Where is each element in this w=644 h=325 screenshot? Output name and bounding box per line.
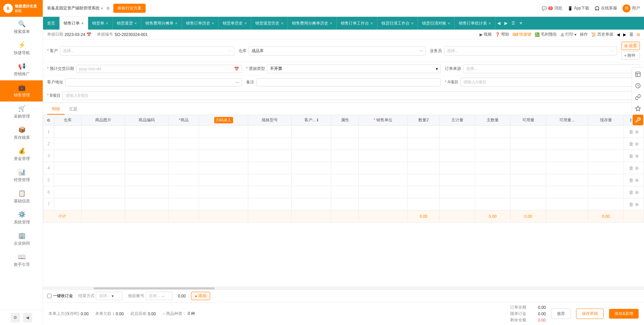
tab-order-workbench[interactable]: 销售订单工作台 ✕ xyxy=(337,17,377,30)
app-download-btn[interactable]: 📱 App下载 xyxy=(568,5,589,11)
tab-expand-btn[interactable]: ☰ xyxy=(509,17,517,30)
a-project-input[interactable]: 请输入A项目 xyxy=(460,78,640,87)
th-qty2[interactable]: 数量2 xyxy=(408,115,440,126)
attach-btn[interactable]: + 附件 xyxy=(621,51,640,60)
print-btn[interactable]: 🖨 打印 ▾ xyxy=(560,32,576,37)
video-btn[interactable]: ▶ 视频 xyxy=(480,32,492,37)
payment-select[interactable]: 选择... ▾ xyxy=(96,292,123,300)
dots-icon[interactable]: ··· xyxy=(161,294,165,298)
th-attribute[interactable]: 属性 xyxy=(331,115,359,126)
delivery-input[interactable]: yyyy-mm-dd 📅 xyxy=(76,65,242,73)
right-panel-star-btn[interactable] xyxy=(633,103,643,114)
tab-home[interactable]: 首页 xyxy=(43,17,60,30)
history-btn[interactable]: 📜 历史单据 xyxy=(591,32,613,37)
scroll-bar[interactable] xyxy=(43,287,644,289)
one-click-checkbox[interactable]: 一键收订金 xyxy=(47,293,73,299)
right-panel-history-btn[interactable] xyxy=(633,80,643,91)
th-product-image[interactable]: 商品图片 xyxy=(81,115,125,126)
shortcut-btn[interactable]: ⌨ 快捷键 xyxy=(513,32,531,37)
toolbar-nav-next[interactable]: ▶ xyxy=(623,32,626,37)
th-current-qty[interactable]: 现存量 xyxy=(588,115,624,126)
sidebar-item-enterprise[interactable]: 🏢 企业协同 xyxy=(0,229,43,250)
order-source-input[interactable]: 选择... ▾ xyxy=(463,64,640,73)
dropdown-arrow-icon[interactable]: ▾ xyxy=(101,6,103,11)
delete-icon[interactable]: 🗑 xyxy=(629,141,634,147)
toolbar-nav-prev[interactable]: ◀ xyxy=(617,32,620,37)
delete-icon[interactable]: 🗑 xyxy=(629,190,634,195)
scan-btn[interactable]: 扫码录入 xyxy=(214,117,233,123)
th-scan[interactable]: 扫码录入 xyxy=(199,115,248,126)
tab-prev-btn[interactable]: ◀ xyxy=(495,17,502,30)
settings-btn[interactable]: ⚙ 设置 xyxy=(621,42,640,50)
tab-close-icon[interactable]: ✕ xyxy=(81,22,84,25)
invoice-select[interactable]: 不开票 ▾ xyxy=(267,64,441,73)
tab-sales-fee[interactable]: 销售费用分摊单 ✕ xyxy=(141,17,182,30)
message-btn[interactable]: 💬 9 消息 xyxy=(542,5,562,11)
tab-close-icon[interactable]: ✕ xyxy=(330,22,332,25)
sidebar-item-operations[interactable]: 📊 经营管理 xyxy=(0,165,43,186)
th-gear[interactable]: ⚙ xyxy=(43,115,54,126)
copy-icon[interactable]: ⊕ xyxy=(635,141,639,147)
b-project-input[interactable]: 请输入B项目 xyxy=(63,91,640,100)
user-btn[interactable]: 用 用户 xyxy=(622,4,640,12)
copy-icon[interactable]: ⊕ xyxy=(635,190,639,195)
copy-icon[interactable]: ⊕ xyxy=(635,165,639,171)
tab-sales-return[interactable]: 销货退货 ✕ xyxy=(113,17,141,30)
delete-icon[interactable]: 🗑 xyxy=(629,202,634,207)
profit-btn[interactable]: 💹 毛利预告 xyxy=(535,32,557,37)
scroll-thumb[interactable] xyxy=(93,287,215,289)
tab-close-icon[interactable]: ✕ xyxy=(134,22,137,25)
tab-slip-history[interactable]: 销货单历史 ✕ xyxy=(219,17,251,30)
tab-sales-slip[interactable]: 销货单 ✕ xyxy=(88,17,113,30)
dots-icon[interactable]: ··· xyxy=(236,80,239,85)
sidebar-collapse-btn[interactable]: ◀ xyxy=(23,313,32,322)
add-btn[interactable]: ● 添加 xyxy=(191,292,210,300)
bank-select[interactable]: 选择... ··· xyxy=(146,292,173,300)
copy-icon[interactable]: ⊕ xyxy=(635,202,639,207)
sidebar-item-quick[interactable]: ⚡ 快捷导航 xyxy=(0,38,43,59)
copy-icon[interactable]: ⊕ xyxy=(635,153,639,159)
sidebar-item-guide[interactable]: 📖 新手引导 xyxy=(0,250,43,271)
dots-icon[interactable]: ··· xyxy=(419,48,423,53)
tab-close-icon[interactable]: ✕ xyxy=(281,22,283,25)
right-panel-chart-btn[interactable] xyxy=(633,69,643,80)
tab-close-all-btn[interactable]: ✕ xyxy=(517,17,525,30)
tab-close-icon[interactable]: ✕ xyxy=(244,22,247,25)
tab-close-icon[interactable]: ✕ xyxy=(448,22,450,25)
sidebar-item-search[interactable]: 🔍 搜索菜单 xyxy=(0,17,43,38)
tab-return-history[interactable]: 销货退货历史 ✕ xyxy=(251,17,288,30)
note-input[interactable] xyxy=(256,78,441,86)
online-support-btn[interactable]: 🎧 在线客服 xyxy=(595,5,617,11)
sidebar-settings-btn[interactable]: ⚙ xyxy=(11,313,20,322)
operation-btn[interactable]: 操作 xyxy=(580,32,588,37)
save-draft-button[interactable]: 保存草稿 xyxy=(576,309,604,319)
tab-fee-history[interactable]: 销售费用分摊单历史 ✕ xyxy=(288,17,337,30)
delete-icon[interactable]: 🗑 xyxy=(629,153,634,159)
th-avail-qty2[interactable]: 可用量... xyxy=(546,115,588,126)
th-warehouse[interactable]: 仓库 xyxy=(54,115,82,126)
th-main-unit[interactable]: 主计量 xyxy=(440,115,475,126)
print-dropdown-icon[interactable]: ▾ xyxy=(574,32,576,37)
save-new-button[interactable]: 保存&新增 xyxy=(609,309,639,319)
delete-icon[interactable]: 🗑 xyxy=(629,129,634,134)
tab-detail[interactable]: 明细 xyxy=(47,104,65,115)
tab-close-icon[interactable]: ✕ xyxy=(488,22,491,25)
help-btn[interactable]: ❓ 帮助 xyxy=(495,32,509,37)
copy-icon[interactable]: ⊕ xyxy=(635,177,639,183)
toolbar-grid-view[interactable]: ⊞ xyxy=(637,32,640,37)
discard-button[interactable]: 放弃 xyxy=(551,309,571,319)
right-panel-tool-btn[interactable] xyxy=(633,115,643,125)
tab-sales-order[interactable]: 销售订单 ✕ xyxy=(60,17,88,30)
salesperson-input[interactable]: 选择... ··· xyxy=(444,46,617,55)
one-click-checkbox-input[interactable] xyxy=(47,294,51,298)
calendar-small-icon[interactable]: 📅 xyxy=(234,67,239,71)
tab-cash-workbench[interactable]: 钱贷日清工作台 ✕ xyxy=(377,17,418,30)
toolbar-list-view[interactable]: ☰ xyxy=(630,32,633,37)
sidebar-item-marketing[interactable]: 📢 营销推广 xyxy=(0,59,43,80)
sidebar-item-purchase[interactable]: 🛒 采购管理 xyxy=(0,101,43,123)
tab-order-history[interactable]: 销售订单历史 ✕ xyxy=(182,17,219,30)
settings-icon-btn[interactable]: ⚙ xyxy=(106,6,110,11)
tab-close-icon[interactable]: ✕ xyxy=(370,22,373,25)
sidebar-item-sales[interactable]: 💼 销售管理 xyxy=(0,80,43,101)
sidebar-item-basic[interactable]: 📋 基础信息 xyxy=(0,186,43,207)
